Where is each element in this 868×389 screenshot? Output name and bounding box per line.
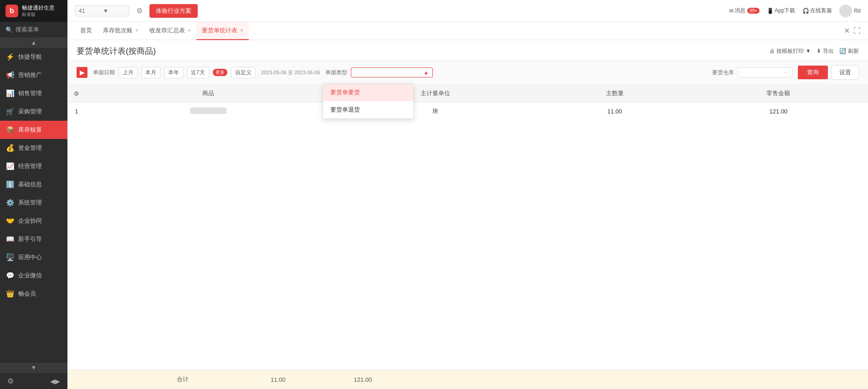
sidebar-item-label: 畅会员 xyxy=(18,290,36,298)
tab-收发存汇总表[interactable]: 收发存汇总表× xyxy=(144,22,196,40)
page-title: 要货单统计表(按商品) xyxy=(77,46,156,56)
date-more-badge[interactable]: 更多 xyxy=(213,69,227,76)
sidebar-item-label: 企业微信 xyxy=(18,271,42,280)
date-prev-month-btn[interactable]: 上月 xyxy=(118,67,138,78)
sidebar-item-label: 系统管理 xyxy=(18,199,42,207)
sidebar-item-快捷导航[interactable]: ⚡ 快捷导航 xyxy=(0,48,67,66)
message-btn[interactable]: ✉ 消息 99+ xyxy=(729,7,760,15)
page-content: 要货单统计表(按商品) 🖨 按模板打印 ▼ ⬇ 导出 🔄 刷新 xyxy=(67,40,868,389)
sidebar-icon: 📦 xyxy=(5,125,15,134)
app-logo-text: 畅捷通好生意 标准版 xyxy=(22,5,55,18)
export-btn[interactable]: ⬇ 导出 xyxy=(817,47,834,55)
tab-库存批次账[interactable]: 库存批次账× xyxy=(98,22,144,40)
sidebar-item-企业协同[interactable]: 🤝 企业协同 xyxy=(0,212,67,230)
sidebar-item-label: 库存核算 xyxy=(18,126,42,134)
topbar-gear-icon[interactable]: ⚙ xyxy=(133,5,146,17)
table-footer: 合计 11.00 121.00 xyxy=(67,369,868,389)
sidebar-item-采购管理[interactable]: 🛒 采购管理 xyxy=(0,102,67,121)
sidebar-item-营销推广[interactable]: 📢 营销推广 xyxy=(0,66,67,84)
sidebar-item-基础信息[interactable]: ℹ️ 基础信息 xyxy=(0,175,67,194)
collapse-icon[interactable]: ◀▶ xyxy=(50,378,60,385)
sidebar-item-label: 销售管理 xyxy=(18,89,42,97)
table-body: 1 块 11.00 121.00 xyxy=(67,102,868,120)
warehouse-select[interactable]: ··· xyxy=(738,67,792,77)
row-product xyxy=(86,102,331,120)
sidebar-icon: ⚙️ xyxy=(5,198,15,207)
app-download-btn[interactable]: 📱 App下载 xyxy=(767,7,795,15)
sidebar-scroll-up[interactable]: ▲ xyxy=(0,38,67,48)
sidebar-icon: ℹ️ xyxy=(5,180,15,189)
date-custom-btn[interactable]: 自定义 xyxy=(231,67,256,78)
filter-actions: 查询 设置 xyxy=(798,65,859,80)
user-avatar[interactable]: Rit xyxy=(839,5,861,17)
tab-label: 收发存汇总表 xyxy=(149,26,185,35)
main-content: 41 ▼ ⚙ 体验行业方案 ✉ 消息 99+ 📱 App下载 🎧 在线客服 R xyxy=(67,0,868,389)
type-select[interactable]: ▲ xyxy=(351,67,433,77)
headset-icon: 🎧 xyxy=(802,8,809,14)
app-logo-icon: b xyxy=(5,5,18,17)
sidebar-item-经营管理[interactable]: 📈 经营管理 xyxy=(0,157,67,175)
tabs-actions: ✕ ⛶ xyxy=(844,26,861,35)
topbar-right: ✉ 消息 99+ 📱 App下载 🎧 在线客服 Rit xyxy=(729,5,861,17)
dropdown-option-0[interactable]: 要货单要货 xyxy=(323,84,413,101)
row-qty: 11.00 xyxy=(540,102,689,120)
tab-label: 首页 xyxy=(80,26,92,35)
date-range-display: 2023-05-06 至 2023-06-06 xyxy=(261,69,320,76)
chevron-down-icon: ▼ xyxy=(103,8,125,14)
sidebar-logo: b 畅捷通好生意 标准版 xyxy=(0,0,67,22)
sidebar-item-系统管理[interactable]: ⚙️ 系统管理 xyxy=(0,194,67,212)
col-settings[interactable]: ⚙ xyxy=(67,85,86,102)
type-filter-group: 单据类型 ▲ xyxy=(325,67,707,77)
tab-close-icon[interactable]: × xyxy=(188,27,191,34)
settings-btn[interactable]: 设置 xyxy=(832,65,859,80)
maximize-btn[interactable]: ⛶ xyxy=(853,27,861,35)
sidebar-scroll-down[interactable]: ▼ xyxy=(0,363,67,373)
print-icon: 🖨 xyxy=(769,48,775,54)
sidebar-search[interactable]: 🔍 搜索菜单 xyxy=(0,22,67,38)
sidebar-item-企业微信[interactable]: 💬 企业微信 xyxy=(0,266,67,285)
more-icon: ··· xyxy=(784,69,788,76)
page: 要货单统计表(按商品) 🖨 按模板打印 ▼ ⬇ 导出 🔄 刷新 xyxy=(67,40,868,389)
close-all-btn[interactable]: ✕ xyxy=(844,26,850,35)
tab-close-icon[interactable]: × xyxy=(135,27,139,34)
sidebar-item-label: 采购管理 xyxy=(18,107,42,116)
sidebar-item-畅会员[interactable]: 👑 畅会员 xyxy=(0,285,67,303)
page-header-actions: 🖨 按模板打印 ▼ ⬇ 导出 🔄 刷新 xyxy=(769,47,859,55)
sidebar-items: ⚡ 快捷导航 📢 营销推广 📊 销售管理 🛒 采购管理 📦 库存核算 💰 资金管… xyxy=(0,48,67,363)
sidebar-item-label: 经营管理 xyxy=(18,162,42,170)
sidebar: b 畅捷通好生意 标准版 🔍 搜索菜单 ▲ ⚡ 快捷导航 📢 营销推广 📊 销售… xyxy=(0,0,67,389)
date-this-month-btn[interactable]: 本月 xyxy=(141,67,160,78)
tab-首页[interactable]: 首页 xyxy=(75,22,98,40)
table-row: 1 块 11.00 121.00 xyxy=(67,102,868,120)
tab-要货单统计表[interactable]: 要货单统计表× xyxy=(196,22,249,40)
row-amount: 121.00 xyxy=(689,102,868,120)
sidebar-item-新手引导[interactable]: 📖 新手引导 xyxy=(0,230,67,248)
sidebar-footer: ⚙ ◀▶ xyxy=(0,373,67,389)
query-btn[interactable]: 查询 xyxy=(798,66,828,79)
sidebar-icon: ⚡ xyxy=(5,52,15,61)
col-qty: 主数量 xyxy=(540,85,689,102)
date-this-year-btn[interactable]: 本年 xyxy=(164,67,183,78)
date-7days-btn[interactable]: 近7天 xyxy=(187,67,209,78)
print-btn[interactable]: 🖨 按模板打印 ▼ xyxy=(769,47,811,55)
sidebar-item-销售管理[interactable]: 📊 销售管理 xyxy=(0,84,67,102)
sidebar-item-资金管理[interactable]: 💰 资金管理 xyxy=(0,139,67,157)
col-product: 商品 xyxy=(86,85,331,102)
sidebar-icon: 👑 xyxy=(5,289,15,298)
tab-close-icon[interactable]: × xyxy=(240,27,243,34)
settings-icon[interactable]: ⚙ xyxy=(7,377,14,385)
sidebar-item-label: 基础信息 xyxy=(18,180,42,189)
dropdown-option-1[interactable]: 要货单退货 xyxy=(323,101,413,118)
sidebar-item-库存核算[interactable]: 📦 库存核算 xyxy=(0,121,67,139)
chevron-up-icon: ▲ xyxy=(423,69,429,76)
refresh-btn[interactable]: 🔄 刷新 xyxy=(839,47,859,55)
topbar-selector[interactable]: 41 ▼ xyxy=(75,5,129,16)
online-service-btn[interactable]: 🎧 在线客服 xyxy=(802,7,832,15)
filter-expand-btn[interactable]: ▶ xyxy=(77,67,87,78)
search-icon: 🔍 xyxy=(5,26,13,33)
type-input[interactable] xyxy=(355,69,423,76)
sidebar-item-应用中心[interactable]: 🖥️ 应用中心 xyxy=(0,248,67,266)
col-amount: 零售金额 xyxy=(689,85,868,102)
sidebar-item-label: 企业协同 xyxy=(18,217,42,225)
industry-btn[interactable]: 体验行业方案 xyxy=(149,4,198,18)
